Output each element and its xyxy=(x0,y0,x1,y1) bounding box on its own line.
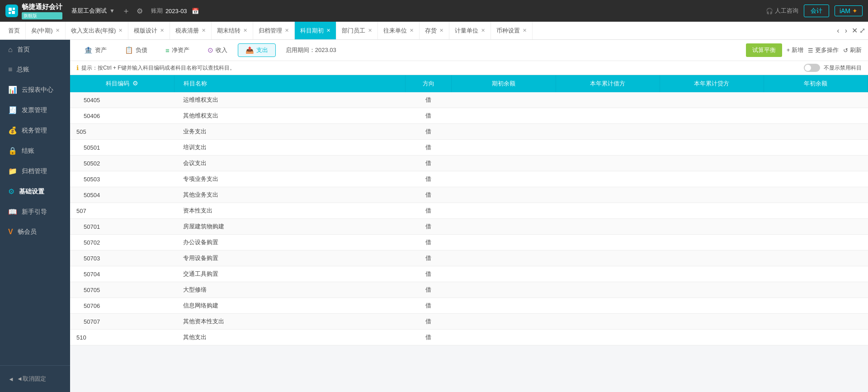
filter-tab-income[interactable]: ⊙ 收入 xyxy=(200,43,235,57)
refresh-button[interactable]: ↺ 刷新 xyxy=(843,46,862,54)
tab-archive-close[interactable]: ✕ xyxy=(285,28,289,33)
tab-period-close[interactable]: ✕ xyxy=(56,28,60,33)
sidebar-item-tax[interactable]: 💰 税务管理 xyxy=(0,120,70,141)
iam-badge[interactable]: iAM ✦ xyxy=(835,5,863,16)
tab-inventory-close[interactable]: ✕ xyxy=(439,28,443,33)
settings-icon[interactable]: ⚙ xyxy=(137,7,143,15)
cell-opening xyxy=(452,187,556,203)
company-dropdown-icon[interactable]: ▼ xyxy=(109,8,115,14)
tab-department[interactable]: 部门员工 ✕ xyxy=(336,22,378,40)
cell-dir: 借 xyxy=(406,250,452,266)
col-header-ytd-credit: 本年累计贷方 xyxy=(660,75,764,92)
tab-template-close[interactable]: ✕ xyxy=(160,28,164,33)
sidebar-item-home[interactable]: ⌂ 首页 xyxy=(0,40,70,60)
logo-icon xyxy=(5,5,18,17)
equity-label: 净资产 xyxy=(172,46,189,54)
sidebar-item-invoice[interactable]: 🧾 发票管理 xyxy=(0,100,70,120)
tab-template[interactable]: 模版设计 ✕ xyxy=(128,22,170,40)
table-row[interactable]: 50702办公设备购置借 xyxy=(70,235,868,250)
sidebar-item-closing[interactable]: 🔒 结账 xyxy=(0,141,70,161)
tab-tax[interactable]: 税表清册 ✕ xyxy=(170,22,212,40)
tab-income[interactable]: 收入支出表(年报) ✕ xyxy=(66,22,129,40)
table-row[interactable]: 50501培训支出借 xyxy=(70,140,868,156)
table-row[interactable]: 505业务支出借 xyxy=(70,124,868,140)
tab-currency-close[interactable]: ✕ xyxy=(523,28,527,33)
tab-subject-period[interactable]: 科目期初 ✕ xyxy=(295,22,336,40)
tab-period-close-btn[interactable]: ✕ xyxy=(243,28,247,33)
tab-period-close[interactable]: 期末结转 ✕ xyxy=(212,22,253,40)
table-row[interactable]: 50704交通工具购置借 xyxy=(70,266,868,282)
col-header-name: 科目名称 xyxy=(174,75,405,92)
table-row[interactable]: 50406其他维权支出借 xyxy=(70,108,868,124)
closing-icon: 🔒 xyxy=(8,146,17,155)
cell-ytd-credit xyxy=(660,156,764,171)
account-button[interactable]: 会计 xyxy=(804,5,829,17)
tab-subject-period-close[interactable]: ✕ xyxy=(326,28,330,33)
table-row[interactable]: 50706信息网络购建借 xyxy=(70,298,868,314)
tab-archive[interactable]: 归档管理 ✕ xyxy=(253,22,295,40)
tab-department-close[interactable]: ✕ xyxy=(368,28,372,33)
sidebar-item-archive[interactable]: 📁 归档管理 xyxy=(0,161,70,181)
jisuan-button[interactable]: 试算平衡 xyxy=(746,43,782,57)
sidebar-item-ledger[interactable]: ≡ 总账 xyxy=(0,60,70,80)
disable-toggle[interactable] xyxy=(804,64,820,72)
sidebar-item-guide[interactable]: 📖 新手引导 xyxy=(0,202,70,222)
filter-tab-expense[interactable]: 📤 支出 xyxy=(238,43,276,57)
tab-unit[interactable]: 计量单位 ✕ xyxy=(449,22,491,40)
cell-year-open xyxy=(764,219,868,235)
sidebar-item-report[interactable]: 📊 云报表中心 xyxy=(0,80,70,100)
cell-dir: 借 xyxy=(406,187,452,203)
table-row[interactable]: 507资本性支出借 xyxy=(70,203,868,219)
support-button[interactable]: 🎧 人工咨询 xyxy=(766,7,798,15)
company-selector[interactable]: 基层工会测试 ▼ ＋ ⚙ 账期 2023-03 📅 xyxy=(71,5,199,16)
sidebar-collapse-button[interactable]: ◄ ◄取消固定 xyxy=(0,370,70,387)
tab-close-all-button[interactable]: ✕ xyxy=(852,26,858,35)
tab-partners[interactable]: 往来单位 ✕ xyxy=(378,22,420,40)
cell-year-open xyxy=(764,108,868,124)
period-label: 账期 xyxy=(151,7,163,15)
filter-tab-assets[interactable]: 🏦 资产 xyxy=(76,43,114,57)
cell-name: 办公设备购置 xyxy=(174,235,405,250)
table-row[interactable]: 50701房屋建筑物购建借 xyxy=(70,219,868,235)
table-row[interactable]: 50703专用设备购置借 xyxy=(70,250,868,266)
sidebar-item-member[interactable]: V 畅会员 xyxy=(0,222,70,242)
cell-year-open xyxy=(764,314,868,330)
tab-currency-label: 币种设置 xyxy=(496,27,520,35)
tab-tax-close[interactable]: ✕ xyxy=(202,28,206,33)
filter-tab-liabilities[interactable]: 📋 负债 xyxy=(117,43,155,57)
table-row[interactable]: 50405运维维权支出借 xyxy=(70,92,868,108)
table-row[interactable]: 50503专项业务支出借 xyxy=(70,171,868,187)
tab-unit-close[interactable]: ✕ xyxy=(481,28,485,33)
table-row[interactable]: 50707其他资本性支出借 xyxy=(70,314,868,330)
cell-year-open xyxy=(764,330,868,345)
tab-income-close[interactable]: ✕ xyxy=(118,28,123,33)
tab-period[interactable]: 矣(中期) ✕ xyxy=(26,22,66,40)
tab-inventory[interactable]: 存货 ✕ xyxy=(420,22,449,40)
table-row[interactable]: 50705大型修缮借 xyxy=(70,282,868,298)
calendar-icon[interactable]: 📅 xyxy=(192,8,199,14)
tab-partners-close[interactable]: ✕ xyxy=(410,28,414,33)
table-row[interactable]: 50504其他业务支出借 xyxy=(70,187,868,203)
svg-rect-0 xyxy=(9,8,12,11)
add-button[interactable]: + 新增 xyxy=(787,46,803,54)
tab-expand-button[interactable]: ⤢ xyxy=(859,26,865,35)
cell-ytd-credit xyxy=(660,282,764,298)
cell-opening xyxy=(452,203,556,219)
filter-tab-equity[interactable]: ≡ 净资产 xyxy=(158,43,197,57)
tab-prev-button[interactable]: ‹ xyxy=(835,26,841,36)
liabilities-icon: 📋 xyxy=(125,46,133,54)
table-row[interactable]: 510其他支出借 xyxy=(70,330,868,345)
table-container[interactable]: 科目编码 ⚙ 科目名称 方向 期初余额 本年累计借方 本年累计贷方 年初余额 5… xyxy=(70,75,868,392)
table-row[interactable]: 50502会议支出借 xyxy=(70,156,868,171)
more-button[interactable]: ☰ 更多操作 xyxy=(808,46,839,54)
cell-code: 50503 xyxy=(70,171,174,187)
tab-home[interactable]: 首页 xyxy=(3,22,26,40)
cell-code: 50504 xyxy=(70,187,174,203)
cell-name: 房屋建筑物购建 xyxy=(174,219,405,235)
tab-currency[interactable]: 币种设置 ✕ xyxy=(491,22,533,40)
col-settings-icon[interactable]: ⚙ xyxy=(132,80,138,87)
sidebar-item-basic[interactable]: ⚙ 基础设置 xyxy=(0,181,70,202)
tab-next-button[interactable]: › xyxy=(843,26,849,36)
add-tab-icon[interactable]: ＋ xyxy=(122,5,130,16)
support-label: 人工咨询 xyxy=(775,7,798,15)
